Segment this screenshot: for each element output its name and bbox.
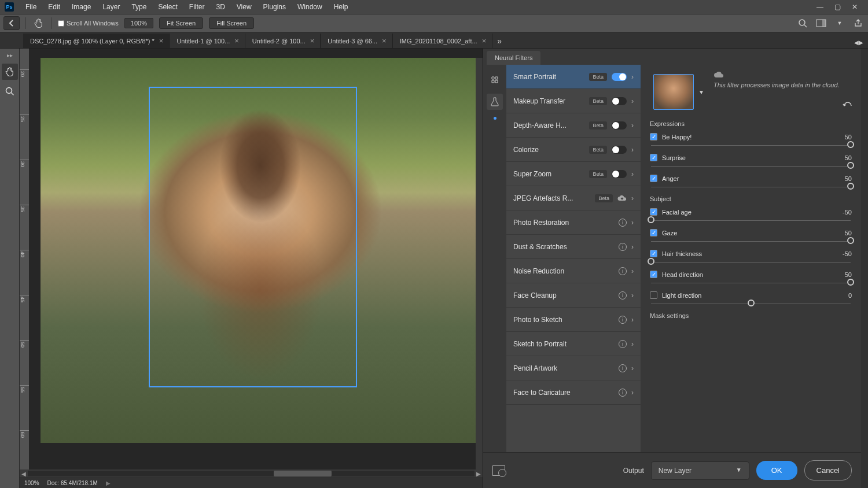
search-icon[interactable] xyxy=(796,17,809,29)
cancel-button[interactable]: Cancel xyxy=(804,460,852,480)
info-icon[interactable]: i xyxy=(619,291,627,300)
filter-row[interactable]: Face to Caricaturei› xyxy=(506,380,641,405)
slider-track[interactable] xyxy=(651,241,851,242)
slider-track[interactable] xyxy=(651,145,851,146)
slider-handle[interactable] xyxy=(847,183,854,190)
info-icon[interactable]: i xyxy=(619,316,627,324)
featured-filters-icon[interactable] xyxy=(487,72,503,88)
horizontal-scrollbar[interactable]: ◀ ▶ xyxy=(20,469,483,478)
fill-screen-button[interactable]: Fill Screen xyxy=(209,17,254,29)
collapse-tools-icon[interactable]: ▸▸ xyxy=(7,52,13,59)
info-icon[interactable]: i xyxy=(619,267,627,275)
panel-tab-neural-filters[interactable]: Neural Filters xyxy=(487,51,540,65)
filter-toggle[interactable] xyxy=(612,73,627,81)
workspace-switcher-icon[interactable] xyxy=(815,17,827,29)
filter-row[interactable]: Photo Restorationi› xyxy=(506,210,641,235)
maximize-button[interactable]: ▢ xyxy=(829,0,846,14)
close-tab-icon[interactable]: × xyxy=(159,37,164,45)
doc-size-status[interactable]: Doc: 65.4M/218.1M xyxy=(47,480,98,486)
slider-track[interactable] xyxy=(651,220,851,221)
document-tab[interactable]: DSC_0278.jpg @ 100% (Layer 0, RGB/8*) *× xyxy=(23,34,170,48)
reset-icon[interactable] xyxy=(843,102,853,110)
more-tabs-button[interactable]: » xyxy=(492,34,506,48)
close-tab-icon[interactable]: × xyxy=(310,37,315,45)
filter-toggle[interactable] xyxy=(612,97,627,105)
menu-select[interactable]: Select xyxy=(152,0,183,14)
slider-track[interactable] xyxy=(651,262,851,263)
info-icon[interactable]: i xyxy=(619,340,627,348)
slider-checkbox[interactable]: ✓ xyxy=(650,271,657,278)
slider-track[interactable] xyxy=(651,304,851,304)
menu-file[interactable]: File xyxy=(20,0,42,14)
filter-row[interactable]: Pencil Artworki› xyxy=(506,356,641,380)
beta-filters-icon[interactable] xyxy=(487,94,503,110)
menu-window[interactable]: Window xyxy=(292,0,328,14)
filter-row[interactable]: Smart PortraitBeta› xyxy=(506,65,641,89)
filter-toggle[interactable] xyxy=(612,121,627,130)
filter-row[interactable]: Photo to Sketchi› xyxy=(506,308,641,332)
filter-row[interactable]: Super ZoomBeta› xyxy=(506,162,641,186)
document-tab[interactable]: Untitled-2 @ 100...× xyxy=(245,34,321,48)
zoom-level-input[interactable]: 100% xyxy=(124,18,153,28)
menu-filter[interactable]: Filter xyxy=(183,0,211,14)
slider-checkbox[interactable]: ✓ xyxy=(650,154,657,161)
info-icon[interactable]: i xyxy=(619,364,627,372)
close-tab-icon[interactable]: × xyxy=(234,37,239,45)
filter-toggle[interactable] xyxy=(612,170,627,178)
menu-type[interactable]: Type xyxy=(126,0,152,14)
zoom-status[interactable]: 100% xyxy=(24,480,39,486)
slider-track[interactable] xyxy=(651,187,851,187)
slider-checkbox[interactable]: ✓ xyxy=(650,229,657,236)
filter-toggle[interactable] xyxy=(612,146,627,154)
slider-checkbox[interactable] xyxy=(650,291,657,299)
filter-row[interactable]: Sketch to Portraiti› xyxy=(506,332,641,356)
slider-checkbox[interactable]: ✓ xyxy=(650,208,657,216)
document-tab[interactable]: Untitled-3 @ 66...× xyxy=(321,34,392,48)
minimize-button[interactable]: — xyxy=(811,0,829,14)
output-select[interactable]: New Layer ▼ xyxy=(651,461,749,480)
filter-row[interactable]: Depth-Aware H...Beta› xyxy=(506,113,641,138)
menu-view[interactable]: View xyxy=(231,0,258,14)
canvas-viewport[interactable] xyxy=(29,58,476,469)
ok-button[interactable]: OK xyxy=(756,461,797,480)
filter-row[interactable]: Dust & Scratchesi› xyxy=(506,235,641,259)
mask-preview-icon[interactable] xyxy=(492,465,505,476)
chevron-down-icon[interactable]: ▼ xyxy=(833,17,846,29)
slider-handle[interactable] xyxy=(847,162,854,169)
close-tab-icon[interactable]: × xyxy=(482,37,487,45)
filter-row[interactable]: ColorizeBeta› xyxy=(506,138,641,162)
slider-handle[interactable] xyxy=(847,141,854,148)
slider-checkbox[interactable]: ✓ xyxy=(650,133,657,141)
slider-checkbox[interactable]: ✓ xyxy=(650,175,657,182)
share-icon[interactable] xyxy=(852,17,865,29)
slider-track[interactable] xyxy=(651,283,851,283)
close-tab-icon[interactable]: × xyxy=(382,37,387,45)
slider-handle[interactable] xyxy=(847,237,854,244)
slider-handle[interactable] xyxy=(648,216,654,223)
slider-handle[interactable] xyxy=(648,258,654,265)
filter-row[interactable]: JPEG Artefacts R...Beta› xyxy=(506,186,641,210)
scroll-left-icon[interactable]: ◀ xyxy=(20,471,28,477)
slider-checkbox[interactable]: ✓ xyxy=(650,250,657,257)
slider-handle[interactable] xyxy=(847,279,854,286)
zoom-tool-button[interactable] xyxy=(2,83,18,99)
info-icon[interactable]: i xyxy=(619,389,627,397)
filter-row[interactable]: Noise Reductioni› xyxy=(506,259,641,283)
slider-track[interactable] xyxy=(651,166,851,167)
menu-image[interactable]: Image xyxy=(66,0,97,14)
slider-handle[interactable] xyxy=(748,300,755,306)
info-icon[interactable]: i xyxy=(619,243,627,251)
close-button[interactable]: ✕ xyxy=(846,0,863,14)
right-dock-collapse[interactable] xyxy=(861,49,868,488)
home-back-button[interactable] xyxy=(3,16,20,30)
menu-edit[interactable]: Edit xyxy=(42,0,66,14)
panel-expand-icon[interactable]: ◀▶ xyxy=(849,37,868,48)
menu-layer[interactable]: Layer xyxy=(97,0,126,14)
scroll-right-icon[interactable]: ▶ xyxy=(475,471,483,477)
filter-row[interactable]: Makeup TransferBeta› xyxy=(506,89,641,113)
fit-screen-button[interactable]: Fit Screen xyxy=(159,17,203,29)
menu-3d[interactable]: 3D xyxy=(210,0,230,14)
document-tab[interactable]: Untitled-1 @ 100...× xyxy=(170,34,245,48)
cloud-download-icon[interactable] xyxy=(617,195,627,202)
hand-tool-button[interactable] xyxy=(2,64,18,80)
